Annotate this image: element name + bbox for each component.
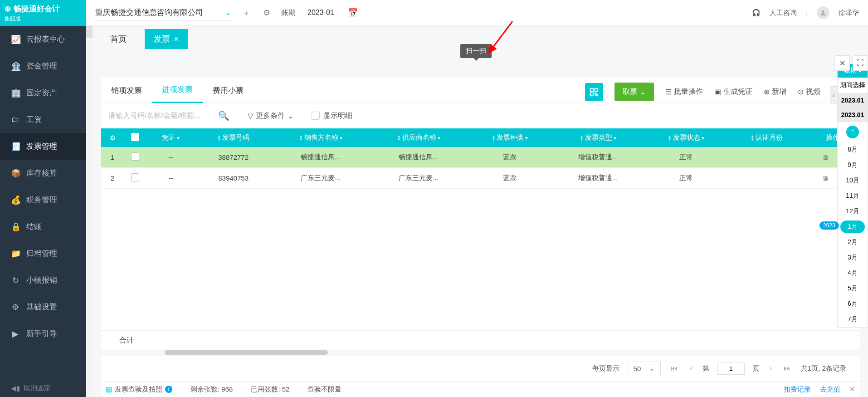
sub-tab-purchase[interactable]: 进项发票 — [152, 78, 203, 103]
sidebar-label: 库存核算 — [26, 168, 57, 178]
select-all-checkbox[interactable] — [131, 133, 139, 141]
support-link[interactable]: 人工咨询 — [770, 9, 797, 17]
calendar-icon[interactable]: 📅 — [346, 6, 360, 20]
col-seller[interactable]: ▲▼销售方名称▾ — [272, 128, 370, 147]
scroll-up-button[interactable]: ⌃ — [846, 126, 859, 138]
sidebar-item[interactable]: 🔒结账 — [0, 213, 86, 240]
sidebar-item[interactable]: ▶新手引导 — [0, 320, 86, 347]
video-action[interactable]: ⊙视频 — [798, 87, 820, 97]
sidebar-item[interactable]: ⚙基础设置 — [0, 294, 86, 320]
next-page-button[interactable]: › — [768, 363, 774, 374]
chevron-down-icon: ⌄ — [288, 112, 293, 120]
qr-scan-button[interactable] — [585, 83, 603, 101]
plus-icon[interactable]: ＋ — [240, 5, 252, 20]
sidebar-item[interactable]: 📈云报表中心 — [0, 26, 86, 53]
bottom-title[interactable]: 发票查验及拍照 — [115, 385, 162, 394]
gen-voucher-action[interactable]: ▣生成凭证 — [714, 87, 752, 97]
sidebar-item[interactable]: 🏢固定资产 — [0, 79, 86, 106]
filter-icon: ▾ — [525, 135, 528, 141]
sidebar-footer[interactable]: ◀▮取消固定 — [0, 379, 86, 397]
close-tab-button[interactable]: ✕ — [834, 55, 850, 71]
period-month[interactable]: 8月 — [838, 142, 868, 157]
tab-invoice[interactable]: 发票 ✕ — [145, 29, 188, 49]
period-month[interactable]: 6月 — [838, 296, 868, 312]
col-supplier[interactable]: ▲▼供应商名称▾ — [370, 128, 468, 147]
col-voucher[interactable]: 凭证▾ — [146, 128, 195, 147]
period-value[interactable]: 2023-01 — [305, 8, 337, 18]
page-size-select[interactable]: 50⌄ — [628, 362, 661, 375]
search-input[interactable] — [108, 112, 213, 120]
horizontal-scrollbar[interactable] — [101, 349, 860, 356]
period-month[interactable]: 11月 — [838, 188, 868, 204]
period-month[interactable]: 9月 — [838, 157, 868, 173]
col-type[interactable]: ▲▼发票类型▾ — [552, 128, 644, 147]
col-kind[interactable]: ▲▼发票种类▾ — [468, 128, 552, 147]
recharge-link[interactable]: 去充值 — [820, 385, 840, 394]
list-icon: ☰ — [665, 88, 672, 96]
period-month[interactable]: 1月2023 — [840, 221, 865, 233]
sidebar-item[interactable]: 🧾发票管理 — [0, 133, 86, 160]
show-detail-toggle[interactable]: 显示明细 — [312, 111, 352, 121]
close-icon[interactable]: ✕ — [849, 385, 855, 393]
period-year-from[interactable]: 2023.01 — [838, 93, 868, 108]
chevron-down-icon: ⌄ — [649, 364, 655, 372]
tab-home[interactable]: 首页 — [101, 29, 136, 49]
period-month[interactable]: 3月 — [838, 250, 868, 265]
period-year-to[interactable]: 2023.01 — [838, 108, 868, 122]
table-row[interactable]: 1--38872772畅捷通信息...畅捷通信息...蓝票增值税普通...正常🗎… — [101, 147, 860, 168]
row-checkbox[interactable] — [131, 152, 139, 161]
view-icon[interactable]: 🗎 — [822, 174, 829, 182]
avatar[interactable] — [817, 6, 829, 19]
sidebar-item[interactable]: 📦库存核算 — [0, 160, 86, 186]
add-action[interactable]: ⊕新增 — [764, 87, 786, 97]
pagination: 每页显示 50⌄ ⏮ ‹ 第 页 › ⏭ 共1页, 2条记录 — [101, 356, 860, 381]
headset-icon: 🎧 — [752, 9, 761, 17]
fee-record-link[interactable]: 扣费记录 — [784, 385, 811, 394]
invoice-type-tabs: 销项发票 进项发票 费用小票 取票⌄ ☰批量操作 ▣生成凭证 ⊕新增 ⊙视频 ↻… — [101, 78, 860, 103]
gear-icon[interactable]: ⚙ — [110, 134, 116, 142]
close-icon[interactable]: ✕ — [174, 35, 179, 43]
search-icon[interactable]: 🔍 — [218, 110, 229, 121]
sub-tab-expense[interactable]: 费用小票 — [203, 78, 254, 103]
fullscreen-button[interactable]: ⛶ — [853, 55, 868, 71]
sidebar-label: 归档管理 — [26, 248, 57, 259]
period-month[interactable]: 12月 — [838, 204, 868, 219]
collapse-period-panel[interactable]: › — [830, 86, 837, 104]
row-checkbox[interactable] — [131, 173, 139, 181]
table-row[interactable]: 2--83940753广东三元麦...广东三元麦...蓝票增值税普通...正常🗎… — [101, 168, 860, 189]
gear-icon[interactable]: ⚙ — [261, 6, 272, 20]
user-name[interactable]: 徐泽华 — [839, 9, 859, 17]
first-page-button[interactable]: ⏮ — [669, 363, 680, 374]
more-conditions[interactable]: ▽更多条件⌄ — [248, 111, 293, 121]
view-icon[interactable]: 🗎 — [822, 153, 829, 161]
sidebar-item[interactable]: 🏦资金管理 — [0, 53, 86, 79]
batch-action[interactable]: ☰批量操作 — [665, 87, 703, 97]
bottom-bar: ▤ 发票查验及拍照 i 剩余张数: 968 已用张数: 52 查验不限量 扣费记… — [101, 381, 860, 397]
svg-rect-2 — [590, 88, 593, 91]
sidebar-item[interactable]: 🗂工资 — [0, 106, 86, 133]
get-invoice-button[interactable]: 取票⌄ — [614, 83, 654, 101]
sidebar-item[interactable]: 📁归档管理 — [0, 240, 86, 267]
company-selector[interactable]: 重庆畅捷交通信息咨询有限公司 ⌄ — [95, 5, 231, 20]
last-page-button[interactable]: ⏭ — [782, 363, 793, 374]
col-cert-month[interactable]: ▲▼认证月份 — [728, 128, 805, 147]
sidebar-item[interactable]: 💰税务管理 — [0, 186, 86, 213]
sidebar-item[interactable]: ↻小畅报销 — [0, 267, 86, 294]
page-input[interactable] — [717, 363, 745, 375]
period-month[interactable]: 4月 — [838, 265, 868, 281]
sidebar-label: 云报表中心 — [26, 34, 65, 44]
period-month[interactable]: 2月 — [838, 235, 868, 250]
prev-page-button[interactable]: ‹ — [688, 363, 694, 374]
period-month[interactable]: 5月 — [838, 281, 868, 296]
sub-tab-sales[interactable]: 销项发票 — [101, 78, 152, 103]
info-icon[interactable]: i — [165, 386, 172, 393]
period-select-label[interactable]: 期间选择 — [838, 78, 868, 93]
period-month[interactable]: 10月 — [838, 173, 868, 188]
sidebar-icon: 📦 — [11, 168, 20, 178]
period-month[interactable]: 7月 — [838, 312, 868, 327]
col-number[interactable]: ▲▼发票号码 — [195, 128, 272, 147]
filter-row: 🔍 ▽更多条件⌄ 显示明细 — [101, 103, 860, 128]
col-status[interactable]: ▲▼发票状态▾ — [644, 128, 728, 147]
sidebar-scrollbar[interactable] — [86, 26, 93, 38]
sidebar-icon: 🏦 — [11, 61, 20, 71]
